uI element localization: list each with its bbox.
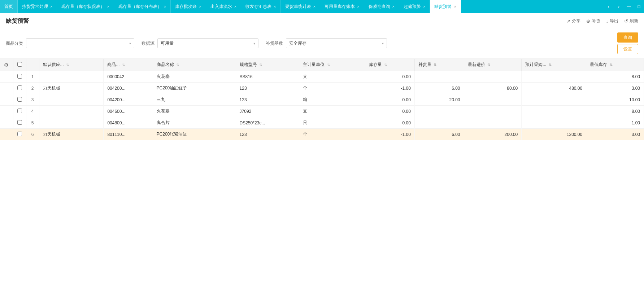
th-gear[interactable]: ⚙ (0, 59, 13, 71)
row-min-stock: 3.00 (586, 83, 644, 94)
window-maximize-btn[interactable]: □ (634, 0, 644, 13)
row-unit: 支 (299, 71, 365, 83)
row-checkbox[interactable] (17, 74, 22, 79)
row-checkbox-cell[interactable] (13, 94, 26, 106)
row-supplier (39, 71, 104, 83)
table-header-row: ⚙ 默认供应... ⇅ 商品... ⇅ 商品名称 (0, 59, 644, 71)
latest-price-sort-icon[interactable]: ⇅ (487, 63, 490, 67)
row-checkbox-cell[interactable] (13, 117, 26, 129)
tab-recv-summary[interactable]: 收发存汇总表× (241, 0, 280, 13)
row-est-purchase: 480.00 (522, 83, 586, 94)
replenish-button[interactable]: ⊕ 补货 (586, 18, 600, 24)
refresh-button[interactable]: ↺ 刷新 (624, 18, 638, 24)
page-title: 缺货预警 (6, 17, 29, 25)
tab-expiry[interactable]: 保质期查询× (364, 0, 399, 13)
row-number: 2 (26, 83, 39, 94)
category-select[interactable]: ▾ (26, 38, 134, 48)
share-button[interactable]: ↗ 分享 (566, 18, 580, 24)
replenish-base-select[interactable]: 安全库存 ▾ (286, 38, 387, 48)
row-checkbox-cell[interactable] (13, 129, 26, 140)
tab-close-icon[interactable]: × (107, 4, 109, 9)
tab-label: 首页 (4, 4, 13, 10)
th-unit: 主计量单位 ⇅ (299, 59, 365, 71)
tab-shortage[interactable]: 缺货预警× (430, 0, 461, 13)
row-checkbox[interactable] (17, 109, 22, 113)
row-number: 6 (26, 129, 39, 140)
row-stock: 0.00 (365, 94, 415, 106)
tab-label: 超储预警 (404, 4, 421, 10)
tab-close-icon[interactable]: × (423, 4, 425, 9)
row-checkbox[interactable] (17, 97, 22, 102)
row-min-stock: 1.00 (586, 117, 644, 129)
row-stock: 0.00 (365, 71, 415, 83)
row-stock: -1.00 (365, 83, 415, 94)
row-checkbox-cell[interactable] (13, 83, 26, 94)
row-gear-cell (0, 106, 13, 117)
supplier-sort-icon[interactable]: ⇅ (66, 63, 69, 67)
tab-close-icon[interactable]: × (392, 4, 395, 9)
tab-label: 拣货异常处理 (22, 4, 48, 10)
tab-label: 缺货预警 (434, 4, 452, 10)
row-product-name: 离合片 (153, 117, 236, 129)
settings-button[interactable]: 设置 (617, 44, 638, 54)
th-product-name-label: 商品名称 (157, 62, 174, 67)
tab-exception[interactable]: 拣货异常处理× (18, 0, 57, 13)
row-checkbox[interactable] (17, 85, 22, 90)
row-product-code: 0000042 (104, 71, 153, 83)
tab-close-icon[interactable]: × (234, 4, 236, 9)
tab-label: 库存批次账 (175, 4, 197, 10)
tab-in-out[interactable]: 出入库流水× (206, 0, 241, 13)
category-label: 商品分类 (6, 40, 23, 47)
tab-close-icon[interactable]: × (454, 4, 456, 9)
tab-label: 出入库流水 (210, 4, 232, 10)
tab-close-icon[interactable]: × (274, 4, 276, 9)
est-purchase-sort-icon[interactable]: ⇅ (549, 63, 552, 67)
row-latest-price: 80.00 (464, 83, 522, 94)
row-checkbox[interactable] (17, 132, 22, 136)
row-checkbox-cell[interactable] (13, 71, 26, 83)
share-label: 分享 (572, 18, 580, 24)
gear-icon[interactable]: ⚙ (4, 62, 9, 68)
tab-close-icon[interactable]: × (164, 4, 166, 9)
select-all-checkbox[interactable] (17, 62, 22, 67)
row-checkbox-cell[interactable] (13, 106, 26, 117)
tab-close-icon[interactable]: × (50, 4, 52, 9)
spec-sort-icon[interactable]: ⇅ (259, 63, 262, 67)
product-name-sort-icon[interactable]: ⇅ (176, 63, 179, 67)
query-button[interactable]: 查询 (617, 32, 638, 43)
replenish-sort-icon[interactable]: ⇅ (434, 63, 436, 67)
table-row: 3 004200... 三九 123 箱 0.00 20.00 10.00 (0, 94, 644, 106)
tab-prev-btn[interactable]: ‹ (604, 0, 614, 13)
th-rownum (26, 59, 39, 71)
window-minimize-btn[interactable]: — (624, 0, 634, 13)
datasource-select[interactable]: 可用量 ▾ (157, 38, 258, 48)
tab-bar: 首页拣货异常处理×现存量（库存状况表）×现存量（库存分布表）×库存批次账×出入库… (0, 0, 644, 13)
tab-next-btn[interactable]: › (614, 0, 624, 13)
tab-stock-dist[interactable]: 现存量（库存分布表）× (114, 0, 171, 13)
row-checkbox[interactable] (17, 120, 22, 125)
tab-close-icon[interactable]: × (357, 4, 359, 9)
unit-sort-icon[interactable]: ⇅ (327, 63, 330, 67)
export-icon: ↓ (606, 18, 609, 24)
th-supplier: 默认供应... ⇅ (39, 59, 104, 71)
header-actions: ↗ 分享 ⊕ 补货 ↓ 导出 ↺ 刷新 (566, 18, 639, 24)
table-row: 1 0000042 火花塞 SS816 支 0.00 8.00 (0, 71, 644, 83)
th-latest-price: 最新进价 ⇅ (464, 59, 522, 71)
tab-demand-stat[interactable]: 要货单统计表× (281, 0, 320, 13)
tab-home[interactable]: 首页 (0, 0, 18, 13)
row-replenish (414, 106, 464, 117)
tab-close-icon[interactable]: × (199, 4, 201, 9)
row-supplier (39, 94, 104, 106)
tab-stock-status[interactable]: 现存量（库存状况表）× (57, 0, 114, 13)
row-est-purchase (522, 106, 586, 117)
product-code-sort-icon[interactable]: ⇅ (122, 63, 125, 67)
th-checkbox (13, 59, 26, 71)
export-button[interactable]: ↓ 导出 (606, 18, 619, 24)
tab-overstock[interactable]: 超储预警× (399, 0, 430, 13)
stock-sort-icon[interactable]: ⇅ (384, 63, 387, 67)
tab-close-icon[interactable]: × (313, 4, 316, 9)
tab-batch-account[interactable]: 库存批次账× (171, 0, 206, 13)
tab-available-ledger[interactable]: 可用量库存账本× (320, 0, 364, 13)
replenish-base-label: 补货基数 (266, 40, 283, 47)
min-stock-sort-icon[interactable]: ⇅ (610, 63, 613, 67)
